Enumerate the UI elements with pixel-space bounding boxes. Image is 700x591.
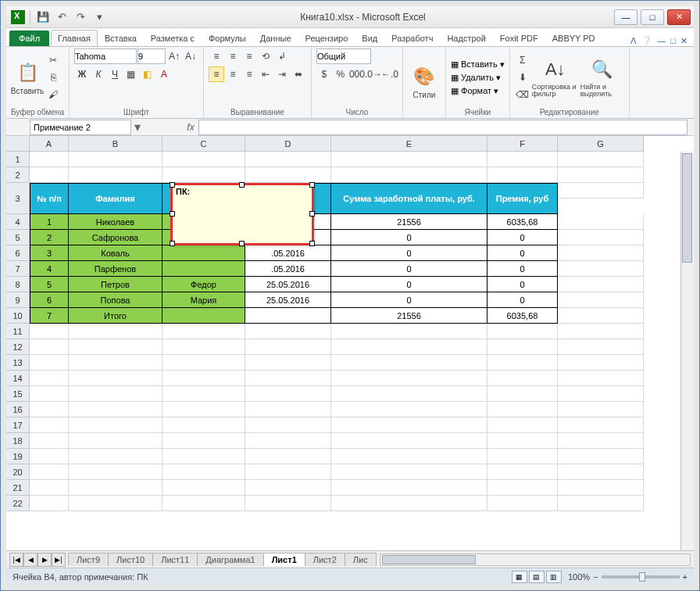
column-header[interactable]: B — [69, 136, 162, 152]
row-header[interactable]: 2 — [6, 167, 30, 183]
cell[interactable] — [558, 214, 644, 230]
cell[interactable] — [245, 386, 331, 402]
cell[interactable] — [558, 496, 644, 511]
cell[interactable] — [30, 355, 69, 371]
cell[interactable] — [162, 371, 245, 386]
cell[interactable]: 0 — [331, 245, 488, 261]
tab-insert[interactable]: Вставка — [98, 30, 144, 46]
cell[interactable] — [69, 167, 162, 183]
cell[interactable] — [69, 386, 162, 402]
cell[interactable] — [558, 402, 644, 417]
cell[interactable] — [558, 292, 644, 308]
comma-button[interactable]: 000 — [349, 66, 365, 82]
cell[interactable] — [162, 355, 245, 371]
tab-pagelayout[interactable]: Разметка с — [144, 30, 202, 46]
dec-decimal-button[interactable]: ←.0 — [382, 66, 398, 82]
cell[interactable] — [488, 167, 558, 183]
row-header[interactable]: 14 — [6, 371, 30, 386]
cell[interactable] — [488, 417, 558, 433]
cell[interactable]: Федор — [162, 277, 245, 292]
help-icon[interactable]: ❔ — [641, 36, 652, 46]
column-header[interactable]: E — [331, 136, 488, 152]
scroll-thumb[interactable] — [382, 555, 476, 564]
sheet-nav-next[interactable]: ▶ — [38, 553, 52, 567]
zoom-out-button[interactable]: − — [593, 572, 598, 582]
vertical-scrollbar[interactable] — [680, 152, 694, 550]
select-all-corner[interactable] — [6, 136, 30, 152]
cell[interactable] — [558, 230, 644, 245]
cell[interactable] — [558, 261, 644, 277]
cell[interactable] — [69, 433, 162, 449]
sheet-tab[interactable]: Диаграмма1 — [197, 553, 263, 566]
row-header[interactable]: 13 — [6, 355, 30, 371]
cell[interactable] — [162, 433, 245, 449]
cell[interactable]: 0 — [488, 230, 558, 245]
cell[interactable] — [331, 449, 488, 464]
cell[interactable] — [30, 417, 69, 433]
cell[interactable] — [162, 245, 245, 261]
cell[interactable] — [162, 417, 245, 433]
row-header[interactable]: 3 — [6, 183, 30, 214]
autosum-button[interactable]: Σ — [515, 52, 530, 68]
cell[interactable] — [558, 277, 644, 292]
border-button[interactable]: ▦ — [123, 66, 139, 82]
cell[interactable] — [331, 324, 488, 339]
cell[interactable] — [331, 417, 488, 433]
cell[interactable]: 0 — [488, 261, 558, 277]
cell[interactable] — [162, 449, 245, 464]
cell[interactable] — [245, 417, 331, 433]
sheet-nav-first[interactable]: |◀ — [9, 553, 23, 567]
name-box[interactable] — [30, 120, 131, 135]
cell[interactable] — [30, 167, 69, 183]
cell[interactable] — [69, 355, 162, 371]
cell[interactable] — [558, 245, 644, 261]
indent-dec-button[interactable]: ⇤ — [258, 66, 273, 82]
cell[interactable] — [245, 464, 331, 480]
cell[interactable] — [30, 496, 69, 511]
cell[interactable] — [245, 402, 331, 417]
cell[interactable] — [488, 496, 558, 511]
row-header[interactable]: 17 — [6, 417, 30, 433]
cell[interactable] — [162, 480, 245, 496]
tab-data[interactable]: Данные — [253, 30, 298, 46]
cell[interactable] — [245, 324, 331, 339]
cell[interactable] — [245, 355, 331, 371]
cell[interactable] — [30, 386, 69, 402]
cell[interactable] — [162, 496, 245, 511]
column-header[interactable]: G — [558, 136, 644, 152]
copy-button[interactable]: ⎘ — [45, 70, 61, 85]
cell[interactable]: 0 — [331, 292, 488, 308]
cell[interactable]: .05.2016 — [245, 261, 331, 277]
cell[interactable] — [331, 355, 488, 371]
cell[interactable] — [331, 167, 488, 183]
cell[interactable] — [558, 433, 644, 449]
cell[interactable] — [162, 167, 245, 183]
tab-developer[interactable]: Разработч — [384, 30, 440, 46]
underline-button[interactable]: Ч — [107, 66, 123, 82]
cell[interactable] — [245, 339, 331, 355]
cell[interactable] — [488, 324, 558, 339]
cell[interactable] — [558, 308, 644, 324]
cell[interactable] — [488, 480, 558, 496]
currency-button[interactable]: $ — [316, 66, 332, 82]
cell[interactable] — [331, 386, 488, 402]
font-size-select[interactable] — [138, 48, 166, 64]
cell[interactable] — [162, 324, 245, 339]
cell[interactable] — [30, 152, 69, 167]
tab-home[interactable]: Главная — [51, 30, 98, 46]
wb-restore-icon[interactable]: □ — [670, 36, 676, 46]
find-select-button[interactable]: 🔍 Найти и выделить — [580, 48, 624, 106]
font-color-button[interactable]: A — [156, 66, 172, 82]
cell[interactable] — [331, 433, 488, 449]
sort-filter-button[interactable]: A↓ Сортировка и фильтр — [532, 48, 579, 106]
clear-button[interactable]: ⌫ — [515, 87, 530, 102]
cell[interactable]: 25.05.2016 — [245, 277, 331, 292]
row-header[interactable]: 16 — [6, 402, 30, 417]
wrap-text-button[interactable]: ↲ — [274, 48, 290, 64]
cell[interactable]: № п/п — [30, 183, 69, 214]
tab-foxit[interactable]: Foxit PDF — [493, 30, 545, 46]
namebox-dropdown-icon[interactable]: ▾ — [131, 120, 144, 134]
fill-color-button[interactable]: ◧ — [140, 66, 155, 82]
row-header[interactable]: 8 — [6, 277, 30, 292]
bold-button[interactable]: Ж — [74, 66, 90, 82]
